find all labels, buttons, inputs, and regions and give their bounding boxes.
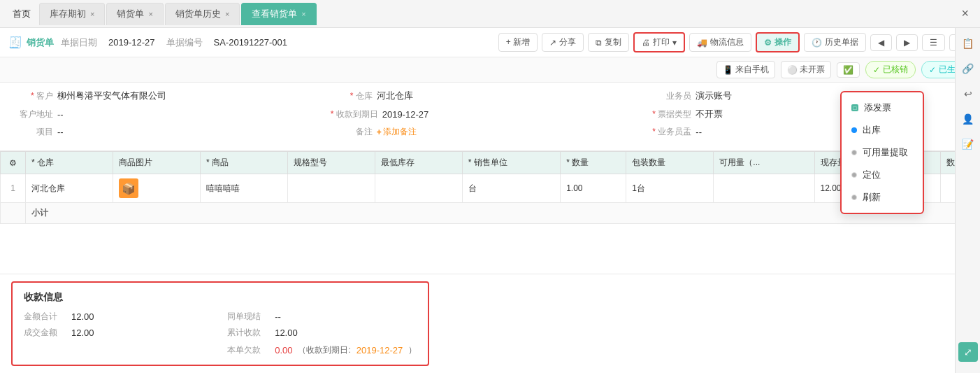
form-row-3: 项目 -- 备注 + 添加备注 业务员盂 -- xyxy=(11,126,969,138)
note-label: 备注 xyxy=(331,126,373,138)
row-warehouse: 河北仓库 xyxy=(26,174,113,203)
history-button[interactable]: 🕐 历史单据 xyxy=(804,33,866,52)
locate-icon xyxy=(851,172,857,178)
ticket-type-value: 不开票 xyxy=(696,108,723,120)
due-date-label: 收款到期日 xyxy=(331,108,378,120)
tab-view-sales-close[interactable]: × xyxy=(301,10,305,18)
share-button[interactable]: ↗ 分享 xyxy=(542,33,584,52)
table-header-row: ⚙ * 仓库 商品图片 * 商品 规格型号 最低库存 * 销售单位 * 数量 包… xyxy=(1,152,980,174)
sidebar-icon-1[interactable]: 📋 xyxy=(958,34,978,53)
sidebar-icon-5[interactable]: 📝 xyxy=(958,134,978,154)
operation-icon: ⚙ xyxy=(764,38,772,48)
row-num: 1 xyxy=(1,174,26,203)
tab-inventory-label: 库存期初 xyxy=(50,8,86,20)
same-order-label: 同单现结 xyxy=(227,311,269,323)
tab-sales-history-label: 销货单历史 xyxy=(175,8,221,20)
customer-value: 柳州粤港平安气体有限公司 xyxy=(57,90,166,102)
verified-icon: ✓ xyxy=(873,65,880,75)
locate-label: 定位 xyxy=(863,169,881,181)
sidebar-icon-4[interactable]: 👤 xyxy=(958,109,978,129)
tab-view-sales[interactable]: 查看销货单 × xyxy=(241,3,316,25)
row-qty: 1.00 xyxy=(561,174,626,203)
dropdown-locate[interactable]: 定位 xyxy=(842,164,923,186)
subtotal-label: 小计 xyxy=(26,203,980,224)
add-button[interactable]: + 新增 xyxy=(498,33,538,52)
tab-bar: 首页 库存期初 × 销货单 × 销货单历史 × 查看销货单 × × xyxy=(0,0,980,28)
col-available: 可用量（... xyxy=(714,152,814,174)
sidebar-icon-expand[interactable]: ⤢ xyxy=(958,342,978,362)
doc-meta: 单据日期 2019-12-27 单据编号 SA-20191227-001 xyxy=(61,36,287,49)
sidebar-icon-3[interactable]: ↩ xyxy=(958,84,978,104)
col-product-img: 商品图片 xyxy=(113,152,200,174)
tab-sales-history-close[interactable]: × xyxy=(225,10,229,18)
out-warehouse-label: 出库 xyxy=(863,124,881,136)
date-label: 单据日期 xyxy=(61,36,97,49)
product-table: ⚙ * 仓库 商品图片 * 商品 规格型号 最低库存 * 销售单位 * 数量 包… xyxy=(0,151,980,224)
total-label: 金额合计 xyxy=(24,311,66,323)
dropdown-out-warehouse[interactable]: 出库 xyxy=(842,119,923,141)
same-order-row: 同单现结 -- xyxy=(227,311,417,323)
project-field: 项目 -- xyxy=(11,126,331,138)
form-row-2: 客户地址 -- 收款到期日 2019-12-27 票据类型 不开票 xyxy=(11,108,969,120)
cumulative-label: 累计收款 xyxy=(227,327,269,339)
number-value: SA-20191227-001 xyxy=(214,37,288,48)
add-note-button[interactable]: + 添加备注 xyxy=(377,126,417,138)
grid-view-button[interactable]: ☰ xyxy=(922,34,945,51)
toolbar-row1: 🧾 销货单 单据日期 2019-12-27 单据编号 SA-20191227-0… xyxy=(0,28,980,57)
from-phone-button[interactable]: 📱 来自手机 xyxy=(716,61,775,78)
phone-icon: 📱 xyxy=(723,65,733,75)
col-gear: ⚙ xyxy=(1,152,26,174)
toolbar-actions: + 新增 ↗ 分享 ⧉ 复制 🖨 打印 ▾ 🚚 物流信息 xyxy=(498,32,972,52)
not-opened-button[interactable]: ⚪ 未开票 xyxy=(781,61,831,78)
tab-sales-close[interactable]: × xyxy=(148,10,152,18)
available-pickup-label: 可用量提取 xyxy=(863,146,908,159)
customer-label: 客户 xyxy=(11,90,53,102)
doc-type-label: 销货单 xyxy=(27,36,54,49)
refresh-label: 刷新 xyxy=(863,191,881,204)
plus-icon: + xyxy=(377,127,382,137)
table-row: 1 河北仓库 📦 嘻嘻嘻嘻 台 1.00 1台 xyxy=(1,174,980,203)
transaction-value: 12.00 xyxy=(71,328,94,338)
payment-title: 收款信息 xyxy=(24,291,417,304)
number-label: 单据编号 xyxy=(166,36,203,49)
col-product: * 商品 xyxy=(200,152,287,174)
copy-icon: ⧉ xyxy=(596,38,602,48)
out-warehouse-icon xyxy=(851,127,857,133)
prev-button[interactable]: ◀ xyxy=(870,34,892,51)
row-product-img: 📦 xyxy=(113,174,200,203)
staff-value: 演示账号 xyxy=(696,90,732,102)
sidebar-icon-2[interactable]: 🔗 xyxy=(958,59,978,78)
tab-inventory[interactable]: 库存期初 × xyxy=(39,3,105,25)
close-window-button[interactable]: × xyxy=(956,6,974,21)
tab-inventory-close[interactable]: × xyxy=(90,10,94,18)
project-label: 项目 xyxy=(11,126,53,138)
staff-label: 业务员 xyxy=(649,90,691,102)
add-invoice-icon: □ xyxy=(851,104,858,111)
effective-icon: ✓ xyxy=(929,65,936,75)
check-icon-button[interactable]: ✅ xyxy=(837,62,860,78)
dropdown-refresh[interactable]: 刷新 xyxy=(842,186,923,209)
transaction-row: 成交金额 12.00 xyxy=(24,327,213,339)
payment-info-box: 收款信息 金额合计 12.00 同单现结 -- 成交金额 12.00 xyxy=(11,281,429,366)
logistics-button[interactable]: 🚚 物流信息 xyxy=(689,33,751,52)
print-button[interactable]: 🖨 打印 ▾ xyxy=(633,32,685,52)
form-area: 客户 柳州粤港平安气体有限公司 仓库 河北仓库 业务员 演示账号 客户地址 -- xyxy=(0,83,980,151)
due-date-value: 2019-12-27 xyxy=(382,109,429,120)
arrears-due-date: 2019-12-27 xyxy=(356,345,403,356)
address-field: 客户地址 -- xyxy=(11,108,331,120)
col-pack-qty: 包装数量 xyxy=(626,152,714,174)
address-value: -- xyxy=(57,109,64,120)
tab-sales[interactable]: 销货单 × xyxy=(106,3,163,25)
next-button[interactable]: ▶ xyxy=(896,34,918,51)
copy-button[interactable]: ⧉ 复制 xyxy=(588,33,629,52)
dropdown-add-invoice[interactable]: □ 添发票 xyxy=(842,97,923,119)
verified-badge[interactable]: ✓ 已核销 xyxy=(865,61,916,78)
operation-button[interactable]: ⚙ 操作 xyxy=(756,32,800,52)
row-unit: 台 xyxy=(462,174,560,203)
payment-grid: 金额合计 12.00 同单现结 -- 成交金额 12.00 累计收款 12.00 xyxy=(24,311,417,356)
dropdown-available-pickup[interactable]: 可用量提取 xyxy=(842,141,923,164)
main-content: 🧾 销货单 单据日期 2019-12-27 单据编号 SA-20191227-0… xyxy=(0,28,980,373)
tab-sales-history[interactable]: 销货单历史 × xyxy=(165,3,240,25)
tab-home[interactable]: 首页 xyxy=(6,3,38,24)
subtotal-label-cell xyxy=(1,203,26,224)
